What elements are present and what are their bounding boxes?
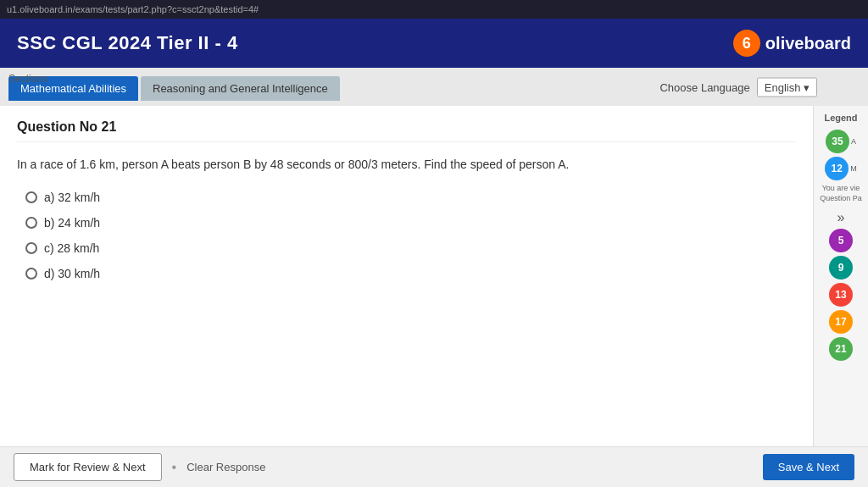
badge-35[interactable]: 35 <box>826 130 849 153</box>
badge-35-label: A <box>851 137 856 146</box>
badge-21[interactable]: 21 <box>829 337 853 361</box>
radio-b[interactable] <box>25 217 37 229</box>
option-d[interactable]: d) 30 km/h <box>25 267 796 280</box>
separator: • <box>172 460 177 475</box>
tab-reasoning[interactable]: Reasoning and General Intelligence <box>141 76 340 101</box>
badge-5[interactable]: 5 <box>829 229 853 252</box>
expand-arrow[interactable]: » <box>837 210 845 225</box>
main-content: Question No 21 In a race of 1.6 km, pers… <box>0 106 813 446</box>
question-text: In a race of 1.6 km, person A beats pers… <box>17 156 796 174</box>
logo-icon: 6 <box>733 30 760 57</box>
sections-bar: Sections Mathematical Abilities Reasonin… <box>0 68 868 106</box>
legend-title: Legend <box>824 113 857 123</box>
bottom-bar: Mark for Review & Next • Clear Response … <box>0 446 868 487</box>
option-a[interactable]: a) 32 km/h <box>25 191 796 204</box>
language-selector: Choose Language English ▾ <box>659 77 817 97</box>
clear-response-button[interactable]: Clear Response <box>186 461 265 473</box>
sidebar-viewer-text: You are vie Question Pa <box>817 184 865 203</box>
mark-review-button[interactable]: Mark for Review & Next <box>14 453 162 481</box>
save-next-button[interactable]: Save & Next <box>763 454 854 480</box>
language-label: Choose Language <box>659 80 749 93</box>
language-dropdown[interactable]: English ▾ <box>757 77 817 97</box>
exam-title: SSC CGL 2024 Tier II - 4 <box>17 32 238 54</box>
radio-a[interactable] <box>25 191 37 203</box>
browser-bar: u1.oliveboard.in/exams/tests/part2.php?c… <box>0 0 868 19</box>
logo-container: 6 oliveboard <box>733 30 851 57</box>
sections-label: Sections <box>8 73 47 85</box>
radio-c[interactable] <box>25 242 37 254</box>
badge-12-label: M <box>850 164 857 173</box>
radio-d[interactable] <box>25 268 37 279</box>
question-number: Question No 21 <box>17 119 796 142</box>
badge-9[interactable]: 9 <box>829 256 853 279</box>
option-c[interactable]: c) 28 km/h <box>25 241 796 255</box>
option-b-label: b) 24 km/h <box>44 216 100 230</box>
badge-12[interactable]: 12 <box>825 157 849 180</box>
bottom-left-actions: Mark for Review & Next • Clear Response <box>14 453 265 481</box>
bottom-right-actions: Save & Next <box>763 454 854 480</box>
options-list: a) 32 km/h b) 24 km/h c) 28 km/h d) 30 k… <box>17 191 796 280</box>
option-d-label: d) 30 km/h <box>44 267 100 280</box>
badge-17[interactable]: 17 <box>829 310 853 334</box>
browser-url: u1.oliveboard.in/exams/tests/part2.php?c… <box>7 4 259 14</box>
option-c-label: c) 28 km/h <box>44 241 99 255</box>
logo-text: oliveboard <box>765 34 851 53</box>
right-sidebar: Legend 35 A 12 M You are vie Question Pa… <box>813 106 868 446</box>
badge-row-35: 35 A <box>826 130 856 153</box>
badge-13[interactable]: 13 <box>829 283 853 307</box>
badge-row-12: 12 M <box>825 157 857 180</box>
main-header: SSC CGL 2024 Tier II - 4 6 oliveboard <box>0 19 868 68</box>
content-wrapper: Question No 21 In a race of 1.6 km, pers… <box>0 106 868 446</box>
option-b[interactable]: b) 24 km/h <box>25 216 796 230</box>
option-a-label: a) 32 km/h <box>44 191 100 204</box>
